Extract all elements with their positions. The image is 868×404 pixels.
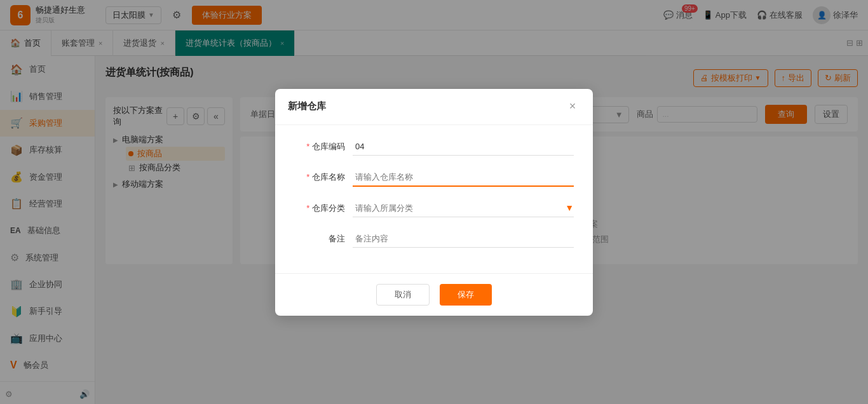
modal-body: 仓库编码 仓库名称 仓库分类 ▼ 备注 bbox=[275, 125, 593, 273]
field-remark: 备注 bbox=[294, 230, 574, 248]
field-warehouse-name: 仓库名称 bbox=[294, 168, 574, 187]
warehouse-category-select-wrap: ▼ bbox=[353, 199, 574, 217]
category-dropdown-arrow[interactable]: ▼ bbox=[565, 203, 574, 213]
remark-input[interactable] bbox=[353, 230, 574, 248]
remark-label: 备注 bbox=[294, 233, 345, 245]
warehouse-code-input[interactable] bbox=[353, 138, 574, 156]
modal-add-warehouse: 新增仓库 × 仓库编码 仓库名称 仓库分类 ▼ bbox=[275, 89, 593, 316]
modal-close-button[interactable]: × bbox=[565, 99, 580, 114]
warehouse-category-label: 仓库分类 bbox=[294, 203, 345, 214]
field-warehouse-code: 仓库编码 bbox=[294, 138, 574, 156]
warehouse-name-input[interactable] bbox=[353, 168, 574, 187]
field-warehouse-category: 仓库分类 ▼ bbox=[294, 199, 574, 217]
warehouse-category-input[interactable] bbox=[353, 199, 565, 217]
modal-header: 新增仓库 × bbox=[275, 89, 593, 125]
cancel-button[interactable]: 取消 bbox=[376, 284, 430, 306]
modal-overlay[interactable]: 新增仓库 × 仓库编码 仓库名称 仓库分类 ▼ bbox=[0, 0, 868, 404]
modal-footer: 取消 保存 bbox=[275, 273, 593, 316]
save-button[interactable]: 保存 bbox=[440, 284, 492, 306]
modal-title: 新增仓库 bbox=[288, 100, 326, 112]
warehouse-name-label: 仓库名称 bbox=[294, 172, 345, 183]
warehouse-code-label: 仓库编码 bbox=[294, 141, 345, 152]
